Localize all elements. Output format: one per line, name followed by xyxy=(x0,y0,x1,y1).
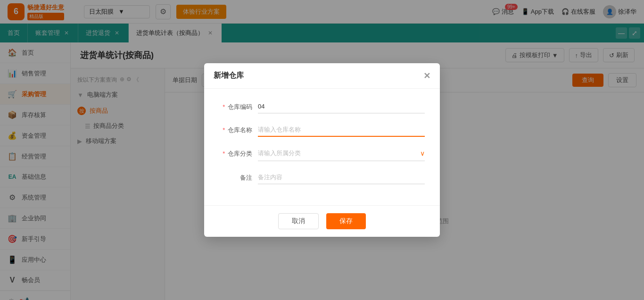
warehouse-name-input[interactable] xyxy=(258,123,425,137)
form-row-code: * 仓库编码 xyxy=(219,100,425,114)
category-placeholder: 请输入所属分类 xyxy=(258,149,301,158)
dialog-body: * 仓库编码 * 仓库名称 * 仓库分类 请输入所属 xyxy=(204,89,440,205)
dialog-title: 新增仓库 xyxy=(214,71,244,81)
form-row-note: 备注 xyxy=(219,171,425,184)
form-row-category: * 仓库分类 请输入所属分类 ∨ xyxy=(219,146,425,161)
dialog-footer: 取消 保存 xyxy=(204,205,440,237)
note-input[interactable] xyxy=(258,171,425,184)
required-mark-category: * xyxy=(223,150,225,157)
required-mark-code: * xyxy=(223,103,225,110)
dialog-overlay: 新增仓库 ✕ * 仓库编码 * 仓库名称 xyxy=(0,0,644,300)
cancel-button[interactable]: 取消 xyxy=(278,213,319,229)
form-row-name: * 仓库名称 xyxy=(219,123,425,137)
required-mark-name: * xyxy=(223,126,225,133)
category-label: * 仓库分类 xyxy=(219,150,252,158)
code-label: * 仓库编码 xyxy=(219,103,252,111)
name-label: * 仓库名称 xyxy=(219,126,252,134)
dialog-close-button[interactable]: ✕ xyxy=(423,72,430,80)
category-selector[interactable]: 请输入所属分类 ∨ xyxy=(258,146,425,161)
save-button[interactable]: 保存 xyxy=(326,213,366,229)
warehouse-code-input[interactable] xyxy=(258,100,425,114)
category-chevron-icon: ∨ xyxy=(420,150,425,157)
note-label: 备注 xyxy=(219,174,252,182)
dialog-header: 新增仓库 ✕ xyxy=(204,63,440,89)
add-warehouse-dialog: 新增仓库 ✕ * 仓库编码 * 仓库名称 xyxy=(204,63,440,237)
